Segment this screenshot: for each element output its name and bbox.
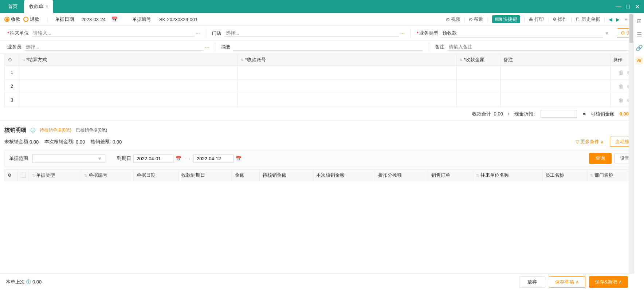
reconcile-stats-row: 未核销金额 0.00 本次核销金额: 0.00 核销差额: 0.00 ▽ 更多条… (4, 137, 640, 147)
staff-dots[interactable]: ··· (205, 44, 209, 50)
tab-home[interactable]: 首页 (3, 0, 23, 13)
date-from-input[interactable] (133, 154, 173, 163)
footer-order-label: 本单上次 (6, 279, 25, 285)
plus-sign: + (507, 111, 510, 117)
divider-2: | (487, 17, 488, 22)
staff-input[interactable] (24, 43, 203, 51)
print-btn[interactable]: 🖶 打印 (529, 16, 544, 23)
window-maximize-btn[interactable]: □ (625, 3, 631, 10)
calendar-icon[interactable]: 📅 (111, 16, 118, 22)
available-value: 0.00 (620, 111, 629, 117)
date-range-dash: — (185, 156, 190, 161)
tab-receipt[interactable]: 收款单 × (24, 0, 53, 13)
scrollbar[interactable] (629, 13, 634, 273)
shop-dots[interactable]: ··· (400, 30, 405, 36)
biz-type-arrow[interactable]: ▼ (605, 31, 609, 36)
row-payment-1[interactable] (19, 66, 238, 79)
date-from-icon[interactable]: 📅 (176, 156, 181, 161)
date-to-icon[interactable]: 📅 (236, 156, 242, 161)
divider-3: | (524, 17, 525, 22)
sub-th-gear[interactable]: ⚙ (5, 170, 18, 181)
pending-tab[interactable]: 待核销单据(0笔) (40, 127, 71, 133)
save-draft-btn[interactable]: 保存草稿 ∧ (549, 276, 585, 288)
summary-row: 收款合计 0.00 + 现金折扣: = 可核销金额 0.00 (0, 107, 634, 121)
table-gear-icon[interactable]: ⚙ (8, 57, 12, 63)
range-select[interactable]: ▼ (32, 154, 105, 163)
row-amount-3[interactable] (456, 93, 500, 107)
discard-btn[interactable]: 放弃 (519, 276, 545, 288)
total-value: 0.00 (494, 111, 503, 117)
sub-table-wrapper: ⚙ ⇅ 单据类型 ⇅ 单据编号 单据日期 (4, 169, 640, 181)
radio-refund[interactable]: 退款 (23, 16, 39, 23)
radio-refund-label: 退款 (30, 16, 39, 23)
form-divider-2 (411, 29, 411, 38)
filter-row: 单据范围 ▼ 到期日 📅 — 📅 查询 设置 (4, 150, 640, 167)
sidebar-icon-1[interactable]: ⊞ (635, 16, 643, 26)
range-label: 单据范围 (9, 155, 28, 162)
row-remark-1[interactable] (500, 66, 610, 79)
row-delete-1[interactable]: 🗑 (619, 70, 624, 75)
summary-label: 摘要 (221, 44, 231, 50)
query-btn[interactable]: 查询 (589, 153, 612, 164)
sidebar-icon-2[interactable]: ☰ (635, 30, 643, 39)
row-amount-2[interactable] (456, 79, 500, 93)
save-new-arrow[interactable]: ∧ (619, 279, 622, 285)
th-settings[interactable]: ⚙ (5, 54, 19, 66)
shop-input[interactable] (224, 30, 399, 37)
toolbar-list-icon[interactable]: ≡ (625, 17, 628, 22)
select-all-checkbox[interactable] (21, 173, 26, 178)
divider-5: | (571, 17, 572, 22)
reconcile-info-icon[interactable]: ⓘ (31, 127, 35, 134)
partner-input[interactable] (32, 30, 194, 37)
footer-info-icon[interactable]: ⓘ (26, 279, 31, 285)
window-minimize-btn[interactable]: — (614, 3, 623, 10)
row-delete-3[interactable]: 🗑 (619, 97, 624, 103)
sub-th-pending: 待核销金额 (260, 170, 313, 181)
row-payment-2[interactable] (19, 79, 238, 93)
current-value: 0.00 (76, 139, 85, 145)
row-delete-2[interactable]: 🗑 (619, 83, 624, 89)
sidebar-ai-btn[interactable]: Ai (636, 56, 643, 64)
nav-prev-btn[interactable]: ◀ (609, 17, 612, 22)
footer-value: 0.00 (32, 279, 42, 285)
scroll-thumb[interactable] (629, 14, 633, 43)
main-table-wrapper: ⚙ ⇅ *结算方式 ⇅ *收款账号 ⇅ *收款金额 备注 (0, 54, 644, 107)
done-tab[interactable]: 已核销单据(0笔) (76, 127, 107, 133)
reconcile-section: 核销明细 ⓘ 待核销单据(0笔) 已核销单据(0笔) 未核销金额 0.00 本次… (0, 123, 644, 273)
window-close-btn[interactable]: ✕ (633, 3, 641, 10)
row-account-3[interactable] (238, 93, 456, 107)
row-amount-1[interactable] (456, 66, 500, 79)
more-conditions-btn[interactable]: ▽ 更多条件 ∧ (576, 138, 604, 145)
row-remark-2[interactable] (500, 79, 610, 93)
save-draft-arrow[interactable]: ∧ (576, 279, 579, 285)
help-btn[interactable]: ⊙ 帮助 (469, 16, 483, 23)
sub-th-check[interactable] (18, 170, 29, 181)
receipt-table: ⚙ ⇅ *结算方式 ⇅ *收款账号 ⇅ *收款金额 备注 (4, 54, 640, 107)
unreconciled-value: 0.00 (30, 139, 39, 145)
row-payment-3[interactable] (19, 93, 238, 107)
radio-receipt[interactable]: 收款 (4, 16, 20, 23)
row-account-2[interactable] (238, 79, 456, 93)
summary-field: 摘要 (218, 43, 426, 51)
tab-close-btn[interactable]: × (46, 4, 48, 9)
partner-dots[interactable]: ··· (196, 30, 200, 36)
divider-6: | (604, 17, 605, 22)
summary-input[interactable] (233, 43, 423, 51)
row-remark-3[interactable] (500, 93, 610, 107)
sub-th-partner-name: ⇅ 往来单位名称 (473, 170, 542, 181)
ops-btn[interactable]: ⚙ 操作 (553, 16, 567, 23)
history-btn-label: 历史单据 (581, 16, 600, 23)
biz-type-field: * 业务类型 预收款 ▼ (414, 29, 612, 38)
row-account-1[interactable] (238, 66, 456, 79)
remark-input[interactable] (447, 43, 637, 51)
remark-field: 备注 (432, 43, 640, 51)
history-btn[interactable]: 🗒 历史单据 (576, 16, 600, 23)
nav-next-btn[interactable]: ▶ (616, 17, 620, 22)
shortcut-btn[interactable]: ⌨ 快捷键 (492, 15, 520, 23)
sidebar-link-icon[interactable]: 🔗 (634, 43, 644, 53)
discount-input[interactable] (541, 110, 577, 118)
date-to-input[interactable] (193, 154, 233, 163)
save-new-btn[interactable]: 保存&新增 ∧ (589, 276, 628, 288)
video-btn[interactable]: ⊙ 视频 (446, 16, 460, 23)
available-label: 可核销金额 (591, 111, 614, 117)
